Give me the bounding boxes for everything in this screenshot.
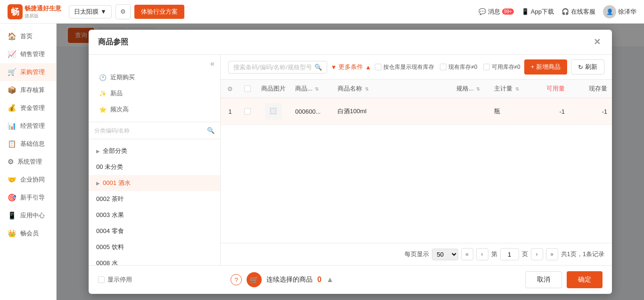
inventory-icon: 📦 [8,86,17,94]
category-search-input[interactable] [94,127,204,134]
nav-selector[interactable]: 日太阳膜 ▼ [69,5,112,18]
category-search-icon[interactable]: 🔍 [207,127,215,134]
prev-page-button[interactable]: ‹ [476,248,488,260]
category-0004-snack[interactable]: 0004 零食 [89,223,220,239]
checkbox-avail-ne0[interactable]: 可用库存≠0 [483,63,520,71]
next-page-button[interactable]: › [531,248,543,260]
category-0002-tea[interactable]: 0002 茶叶 [89,191,220,207]
search-input-wrap: 🔍 [228,61,327,74]
sidebar-item-purchase[interactable]: 🛒 采购管理 [0,63,56,81]
last-page-button[interactable]: » [546,248,558,260]
product-table: ⚙ 商品图片 商品... ⇅ [221,80,612,125]
category-00-uncategorized[interactable]: 00 未分类 [89,159,220,175]
sidebar-item-system[interactable]: ⚙ 系统管理 [0,153,56,171]
help-icon[interactable]: ? [231,274,242,285]
sort-code-icon: ⇅ [315,86,319,92]
nav-right: 💬 消息 99+ 📱 App下载 🎧 在线客服 👤 徐泽华 [479,5,636,18]
sidebar-item-inventory[interactable]: 📦 库存核算 [0,81,56,99]
category-0005-drink[interactable]: 0005 饮料 [89,239,220,255]
category-0001-liquor[interactable]: ▶ 0001 酒水 [89,175,220,191]
sidebar-item-apps[interactable]: 📱 应用中心 [0,207,56,225]
footer-actions: 取消 确定 [525,271,603,288]
checkbox-stock-ne0[interactable]: 现有库存≠0 [440,63,477,71]
member-icon: 👑 [8,229,17,238]
sidebar: 🏠 首页 📈 销售管理 🛒 采购管理 📦 库存核算 💰 资金管理 📊 经营管理 … [0,24,57,300]
row-checkbox-cell[interactable] [239,98,256,125]
row-img-cell: 🖼 [256,98,290,125]
selected-label: 连续选择的商品 [266,275,313,284]
category-0003-fruit[interactable]: 0003 水果 [89,207,220,223]
cb-warehouse-box[interactable] [375,64,381,70]
messages-button[interactable]: 💬 消息 99+ [479,8,514,16]
filter-checkboxes: 按仓库显示现有库存 现有库存≠0 可用库存≠0 [375,63,520,71]
new-product-filter[interactable]: ✨ 新品 [94,86,215,101]
recent-icon: 🕐 [99,74,107,81]
sort-unit-icon: ⇅ [515,86,519,92]
high-frequency-filter[interactable]: ⭐ 频次高 [94,102,215,117]
refresh-button[interactable]: ↻ 刷新 [571,59,604,75]
app-download-button[interactable]: 📱 App下载 [521,8,554,16]
col-header-spec[interactable]: 规格... ⇅ [452,80,489,98]
col-header-available: 可用量 [527,80,570,98]
modal-body: « 🕐 近期购买 ✨ 新品 [89,55,612,265]
confirm-button[interactable]: 确定 [567,271,603,288]
sidebar-item-home[interactable]: 🏠 首页 [0,27,56,45]
col-header-name[interactable]: 商品名称 ⇅ [333,80,452,98]
row-spec [452,98,489,125]
online-service-button[interactable]: 🎧 在线客服 [561,8,595,16]
left-panel: « 🕐 近期购买 ✨ 新品 [89,55,221,265]
show-disabled-checkbox[interactable] [98,276,105,283]
collab-icon: 🤝 [8,175,17,184]
row-checkbox[interactable] [244,108,251,115]
col-header-unit[interactable]: 主计量 ⇅ [489,80,527,98]
cancel-button[interactable]: 取消 [525,271,562,288]
collapse-footer-icon[interactable]: ▲ [326,275,334,284]
page-prefix-label: 第 [491,250,497,258]
sidebar-item-base-info[interactable]: 📋 基础信息 [0,135,56,153]
quick-filter-section: « 🕐 近期购买 ✨ 新品 [89,55,220,122]
page-number-input[interactable] [500,248,519,260]
selected-count: 0 [317,275,322,284]
product-search-input[interactable] [233,64,312,71]
row-unit: 瓶 [489,98,527,125]
category-list: ▶ 全部分类 00 未分类 ▶ 0001 酒水 0002 茶 [89,139,220,265]
logo-text: 畅捷通好生意 捷易版 [25,4,61,19]
guide-icon: 🎯 [8,193,17,202]
logo-icon: 畅 [8,4,23,19]
avatar: 👤 [603,5,616,18]
show-disabled-toggle[interactable]: 显示停用 [98,275,132,284]
collapse-left-button[interactable]: « [210,59,215,68]
sidebar-item-collab[interactable]: 🤝 企业协同 [0,171,56,189]
category-all[interactable]: ▶ 全部分类 [89,143,220,159]
first-page-button[interactable]: « [461,248,473,260]
message-icon: 💬 [479,8,486,15]
col-header-code[interactable]: 商品... ⇅ [290,80,333,98]
add-product-button[interactable]: + 新增商品 [524,59,567,75]
table-settings-icon[interactable]: ⚙ [227,85,233,92]
sidebar-item-sales[interactable]: 📈 销售管理 [0,45,56,63]
select-all-checkbox[interactable] [244,85,251,92]
sidebar-item-member[interactable]: 👑 畅会员 [0,225,56,242]
per-page-select[interactable]: 50 100 200 [432,249,458,260]
cb-avail-ne0-box[interactable] [483,64,490,70]
sidebar-item-guide[interactable]: 🎯 新手引导 [0,189,56,207]
try-industry-button[interactable]: 体验行业方案 [134,5,184,19]
top-nav: 畅 畅捷通好生意 捷易版 日太阳膜 ▼ ⚙ 体验行业方案 💬 消息 99+ 📱 … [0,0,644,24]
cb-stock-ne0-box[interactable] [440,64,446,70]
more-filter-button[interactable]: ▼ 更多条件 ▲ [331,63,372,71]
new-icon: ✨ [99,90,107,97]
recent-purchase-filter[interactable]: 🕐 近期购买 [94,70,215,85]
filter-up-icon: ▲ [365,64,371,71]
cart-icon[interactable]: 🛒 [247,272,262,287]
user-profile[interactable]: 👤 徐泽华 [603,5,636,18]
table-row[interactable]: 1 🖼 [221,98,612,125]
modal-header: 商品参照 ✕ [89,30,612,55]
settings-gear-icon[interactable]: ⚙ [116,4,131,19]
sidebar-item-finance[interactable]: 💰 资金管理 [0,99,56,117]
checkbox-warehouse-stock[interactable]: 按仓库显示现有库存 [375,63,434,71]
modal-close-button[interactable]: ✕ [591,36,603,48]
row-name: 白酒100ml [333,98,452,125]
search-icon[interactable]: 🔍 [314,64,322,71]
sidebar-item-operations[interactable]: 📊 经营管理 [0,117,56,135]
category-0008-water[interactable]: 0008 水 [89,255,220,265]
